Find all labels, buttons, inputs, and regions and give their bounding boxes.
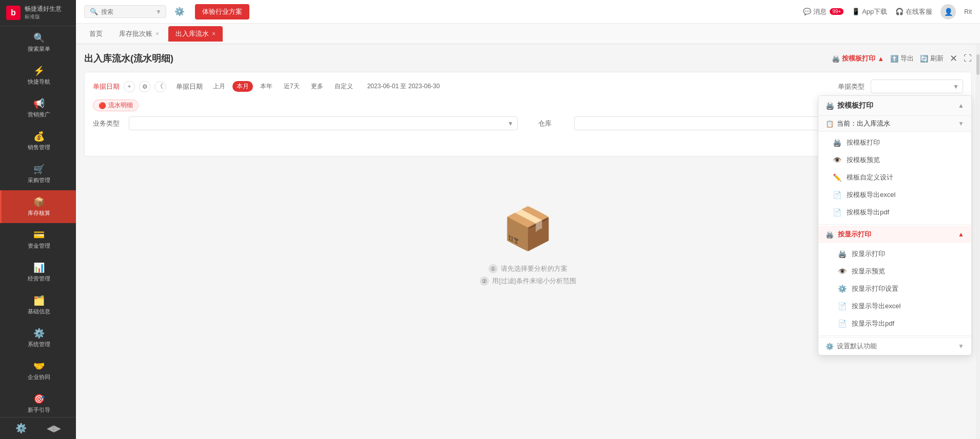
dropdown-footer[interactable]: ⚙️ 设置默认功能 ▼ bbox=[818, 337, 971, 355]
date-tabs: 上月 本月 本年 近7天 更多 自定义 bbox=[209, 81, 357, 92]
template-excel-icon: 📄 bbox=[833, 191, 841, 199]
section2-chevron: ▲ bbox=[958, 231, 964, 238]
filter-label-static: 单据日期 bbox=[93, 82, 120, 91]
date-tab-7days[interactable]: 近7天 bbox=[280, 81, 304, 92]
date-tab-more[interactable]: 更多 bbox=[307, 81, 327, 92]
sidebar-settings-icon[interactable]: ⚙️ bbox=[15, 423, 27, 434]
warehouse-label: 仓库 bbox=[538, 119, 569, 128]
biz-filter-item: 业务类型 ▼ bbox=[93, 116, 518, 130]
sidebar: b 畅捷通好生意 标准版 🔍搜索菜单⚡快捷导航📢营销推广💰销售管理🛒采购管理📦库… bbox=[0, 0, 76, 439]
search-input[interactable] bbox=[101, 8, 152, 15]
footer-label-wrap: ⚙️ 设置默认功能 bbox=[826, 342, 877, 351]
dropdown-item-template-excel[interactable]: 📄按模板导出excel bbox=[818, 186, 971, 204]
type-select[interactable] bbox=[871, 79, 963, 93]
topbar-search-wrap: 🔍 ▼ bbox=[84, 5, 166, 18]
date-tab-this-month[interactable]: 本月 bbox=[232, 81, 253, 92]
logo-icon: b bbox=[6, 6, 21, 20]
dropdown-header-chevron[interactable]: ▲ bbox=[958, 102, 964, 109]
template-pdf-label: 按模板导出pdf bbox=[847, 208, 889, 217]
tab-home[interactable]: 首页 bbox=[82, 26, 110, 42]
search-label: 搜索菜单 bbox=[28, 45, 50, 53]
content-area: 出入库流水(流水明细) 🖨️ 按模板打印 ▲ ⬆️ 导出 🔄 bbox=[76, 44, 980, 439]
message-icon: 💬 bbox=[803, 8, 811, 15]
biz-label: 业务类型 bbox=[93, 119, 124, 128]
dropdown-item-display-settings[interactable]: ⚙️按显示打印设置 bbox=[818, 280, 971, 297]
filter-gear-btn[interactable]: ⚙ bbox=[139, 81, 150, 92]
dropdown-item-template-pdf[interactable]: 📄按模板导出pdf bbox=[818, 204, 971, 221]
dropdown-item-template-preview[interactable]: 👁️按模板预览 bbox=[818, 151, 971, 169]
export-btn[interactable]: ⬆️ 导出 bbox=[890, 54, 914, 63]
sidebar-item-newbie[interactable]: 🎯新手引导 bbox=[0, 387, 76, 417]
sales-label: 销售管理 bbox=[28, 144, 50, 151]
filter-add-btn[interactable]: ＋ bbox=[124, 81, 135, 92]
filter-tag-item[interactable]: 🔴 流水明细 bbox=[93, 99, 139, 111]
tab-batch[interactable]: 库存批次账× bbox=[112, 26, 166, 42]
sidebar-item-coop[interactable]: 🤝企业协同 bbox=[0, 354, 76, 387]
industry-btn[interactable]: 体验行业方案 bbox=[195, 4, 249, 19]
template-excel-label: 按模板导出excel bbox=[847, 190, 895, 199]
biz-select[interactable] bbox=[129, 116, 518, 130]
system-label: 系统管理 bbox=[28, 341, 50, 348]
topbar: 🔍 ▼ ⚙️ 体验行业方案 💬 消息 99+ 📱 App下载 🎧 bbox=[76, 0, 980, 24]
tab-flow[interactable]: 出入库流水× bbox=[168, 26, 223, 42]
refresh-btn[interactable]: 🔄 刷新 bbox=[920, 54, 944, 63]
app-download-label: App下载 bbox=[862, 7, 887, 16]
filter-row-1: 单据日期 ＋ ⚙ 《 单据日期 上月 本月 本年 近 bbox=[93, 79, 963, 93]
tab-close-flow[interactable]: × bbox=[212, 30, 215, 37]
sidebar-collapse-icon[interactable]: ◀▶ bbox=[47, 423, 61, 434]
search-chevron-icon[interactable]: ▼ bbox=[155, 8, 162, 15]
coop-icon: 🤝 bbox=[33, 361, 45, 372]
marketing-icon: 📢 bbox=[33, 98, 45, 109]
sidebar-item-inventory[interactable]: 📦库存核算 bbox=[0, 190, 76, 223]
display-pdf-label: 按显示导出pdf bbox=[852, 319, 894, 328]
display-settings-icon: ⚙️ bbox=[838, 285, 847, 293]
print-btn[interactable]: 🖨️ 按模板打印 ▲ bbox=[832, 54, 884, 63]
tab-label-flow: 出入库流水 bbox=[175, 29, 209, 38]
online-service-label: 在线客服 bbox=[906, 7, 932, 16]
dropdown-item-display-pdf[interactable]: 📄按显示导出pdf bbox=[818, 315, 971, 332]
type-select-wrap: ▼ bbox=[871, 79, 963, 93]
sidebar-item-finance[interactable]: 💳资金管理 bbox=[0, 223, 76, 256]
sidebar-item-marketing[interactable]: 📢营销推广 bbox=[0, 92, 76, 125]
display-section-icon: 🖨️ bbox=[826, 231, 834, 238]
footer-chevron: ▼ bbox=[958, 343, 964, 350]
brand-badge: 标准版 bbox=[25, 13, 62, 21]
sidebar-item-sales[interactable]: 💰销售管理 bbox=[0, 125, 76, 157]
dropdown-item-display-print[interactable]: 🖨️按显示打印 bbox=[818, 245, 971, 263]
sidebar-item-basic[interactable]: 🗂️基础信息 bbox=[0, 289, 76, 322]
tab-close-batch[interactable]: × bbox=[155, 30, 159, 37]
scrollbar-thumb[interactable] bbox=[976, 54, 979, 75]
dropdown-item-template-print[interactable]: 🖨️按模板打印 bbox=[818, 134, 971, 151]
dropdown-item-display-preview[interactable]: 👁️按显示预览 bbox=[818, 263, 971, 280]
purchase-icon: 🛒 bbox=[33, 164, 45, 175]
topbar-gear-icon[interactable]: ⚙️ bbox=[174, 7, 185, 16]
dropdown-item-display-excel[interactable]: 📄按显示导出excel bbox=[818, 297, 971, 315]
sidebar-item-system[interactable]: ⚙️系统管理 bbox=[0, 322, 76, 354]
date-tab-custom[interactable]: 自定义 bbox=[330, 81, 357, 92]
date-tab-this-year[interactable]: 本年 bbox=[256, 81, 277, 92]
current-template-row: 📋 当前：出入库流水 ▼ bbox=[818, 116, 971, 132]
template-preview-icon: 👁️ bbox=[833, 156, 841, 164]
printer-header-icon: 🖨️ bbox=[826, 102, 834, 110]
empty-step-1: ① 请先选择要分析的方案 bbox=[488, 264, 567, 273]
sidebar-item-shortcut[interactable]: ⚡快捷导航 bbox=[0, 59, 76, 92]
app-download-action[interactable]: 📱 App下载 bbox=[852, 7, 887, 16]
close-btn[interactable]: ✕ bbox=[950, 53, 957, 64]
sidebar-item-search[interactable]: 🔍搜索菜单 bbox=[0, 26, 76, 59]
date-range-display: 2023-06-01 至 2023-06-30 bbox=[367, 82, 440, 91]
sidebar-item-purchase[interactable]: 🛒采购管理 bbox=[0, 157, 76, 190]
current-template-info: 📋 当前：出入库流水 bbox=[826, 119, 890, 128]
inventory-label: 库存核算 bbox=[28, 209, 50, 217]
online-service-action[interactable]: 🎧 在线客服 bbox=[895, 7, 932, 16]
dropdown-item-template-custom[interactable]: ✏️模板自定义设计 bbox=[818, 169, 971, 186]
display-excel-label: 按显示导出excel bbox=[852, 302, 900, 311]
fullscreen-btn[interactable]: ⛶ bbox=[964, 54, 972, 63]
sidebar-item-operations[interactable]: 📊经营管理 bbox=[0, 256, 76, 289]
avatar[interactable]: 👤 bbox=[940, 4, 956, 19]
date-tab-last-month[interactable]: 上月 bbox=[209, 81, 229, 92]
logo: b 畅捷通好生意 标准版 bbox=[0, 0, 76, 26]
display-print-section-header[interactable]: 🖨️ 按显示打印 ▲ bbox=[818, 226, 971, 243]
filter-collapse-toggle[interactable]: 《 bbox=[154, 81, 166, 92]
refresh-icon: 🔄 bbox=[920, 55, 928, 63]
message-action[interactable]: 💬 消息 99+ bbox=[803, 7, 844, 16]
